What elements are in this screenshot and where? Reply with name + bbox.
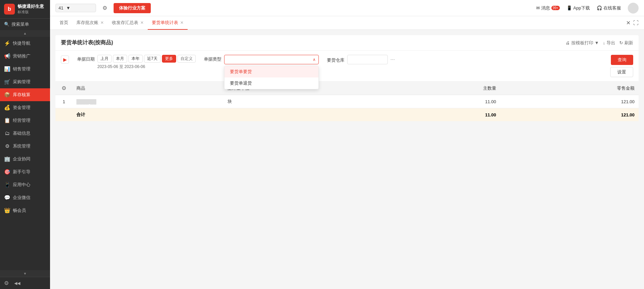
footer-quantity: 11.00: [385, 108, 500, 121]
col-settings[interactable]: ⚙: [55, 82, 72, 95]
tab-receive-summary-close[interactable]: ✕: [140, 21, 144, 25]
message-icon: ✉: [536, 5, 540, 10]
sidebar: b 畅捷通好生意 标准版 🔍 搜索菜单 ▲ ⚡ 快捷导航 📢 营销推广 📊 销售…: [0, 0, 50, 289]
date-filter-label: 单据日期: [77, 55, 95, 62]
more-options-icon[interactable]: ···: [390, 57, 395, 63]
table-body: 1 ████ ██ 块 11.00 121.00: [55, 95, 639, 108]
store-selector[interactable]: 41 ▼: [55, 4, 96, 12]
warehouse-filter-group: 要货仓库 ···: [327, 55, 395, 64]
app-download-button[interactable]: 📱 App下载: [567, 5, 590, 11]
footer-amount: 121.00: [500, 108, 639, 121]
sidebar-settings-icon[interactable]: ⚙: [4, 280, 9, 286]
tab-batch-account-close[interactable]: ✕: [100, 21, 104, 25]
type-input-row[interactable]: ∧: [224, 55, 319, 64]
system-icon: ⚙: [4, 143, 10, 149]
tab-batch-account[interactable]: 库存批次账 ✕: [72, 16, 108, 30]
dropdown-item-order-goods[interactable]: 要货单要货: [224, 66, 318, 77]
sidebar-item-enterprise[interactable]: 🏢 企业协同: [0, 153, 50, 165]
page-card: 要货单统计表(按商品) 🖨 按模板打印 ▼ ↓ 导出 ↻ 刷新: [55, 35, 639, 121]
sidebar-item-purchase[interactable]: 🛒 采购管理: [0, 75, 50, 88]
table-header: ⚙ 商品 主计量单位 主数量 零售金额: [55, 82, 639, 95]
sidebar-item-quick-nav[interactable]: ⚡ 快捷导航: [0, 37, 50, 50]
refresh-button[interactable]: ↻ 刷新: [619, 40, 633, 46]
tab-home[interactable]: 首页: [55, 16, 72, 30]
col-amount: 零售金额: [500, 82, 639, 95]
date-more-btn[interactable]: 更多: [162, 55, 176, 63]
sidebar-item-wechat[interactable]: 💬 企业微信: [0, 191, 50, 204]
export-button[interactable]: ↓ 导出: [603, 40, 616, 46]
tabs-close-all-icon[interactable]: ✕: [626, 20, 630, 26]
filter-bar: ▶ 单据日期 上月 本月 本年 近7天 更多 自定义 2023-05-06: [55, 51, 639, 82]
footer-label: 合计: [72, 108, 223, 121]
user-avatar[interactable]: [628, 3, 639, 14]
purchase-icon: 🛒: [4, 79, 10, 85]
type-chevron-icon[interactable]: ∧: [310, 57, 318, 62]
export-icon: ↓: [603, 40, 605, 45]
tab-receive-summary[interactable]: 收发存汇总表 ✕: [108, 16, 148, 30]
inventory-icon: 📦: [4, 92, 10, 98]
sidebar-item-basic[interactable]: 🗂 基础信息: [0, 127, 50, 140]
apps-icon: 📱: [4, 182, 10, 188]
date-quick-buttons: 上月 本月 本年 近7天 更多 自定义: [97, 55, 196, 63]
date-last-month-btn[interactable]: 上月: [97, 55, 112, 63]
quick-nav-icon: ⚡: [4, 40, 10, 46]
newbie-icon: 🎯: [4, 169, 10, 175]
row-unit: 块: [223, 95, 386, 108]
online-service-button[interactable]: 🎧 在线客服: [597, 5, 621, 11]
basic-icon: 🗂: [4, 130, 10, 136]
sidebar-collapse-icon[interactable]: ◀◀: [14, 281, 20, 286]
page-content: 要货单统计表(按商品) 🖨 按模板打印 ▼ ↓ 导出 ↻ 刷新: [50, 30, 644, 289]
date-this-year-btn[interactable]: 本年: [128, 55, 143, 63]
data-table: ⚙ 商品 主计量单位 主数量 零售金额 1 ████ ██: [55, 82, 639, 121]
table-footer-row: 合计 11.00 121.00: [55, 108, 639, 121]
print-button[interactable]: 🖨 按模板打印 ▼: [566, 40, 599, 46]
row-quantity: 11.00: [385, 95, 500, 108]
sidebar-search[interactable]: 🔍 搜索菜单: [0, 19, 50, 30]
sidebar-scroll-up[interactable]: ▲: [0, 30, 50, 37]
sidebar-item-sales[interactable]: 📊 销售管理: [0, 63, 50, 75]
sidebar-item-apps[interactable]: 📱 应用中心: [0, 178, 50, 191]
date-this-month-btn[interactable]: 本月: [113, 55, 127, 63]
sidebar-logo: b 畅捷通好生意 标准版: [0, 0, 50, 19]
sidebar-scroll-down[interactable]: ▼: [0, 270, 50, 277]
page-title-actions: 🖨 按模板打印 ▼ ↓ 导出 ↻ 刷新: [566, 40, 633, 46]
phone-icon: 📱: [567, 5, 572, 10]
query-button[interactable]: 查询: [611, 55, 633, 65]
table-footer: 合计 11.00 121.00: [55, 108, 639, 121]
tab-order-summary-close[interactable]: ✕: [180, 21, 184, 25]
sidebar-item-newbie[interactable]: 🎯 新手引导: [0, 165, 50, 178]
trial-button[interactable]: 体验行业方案: [114, 3, 151, 13]
print-icon: 🖨: [566, 40, 570, 45]
sidebar-item-operation[interactable]: 📋 经营管理: [0, 114, 50, 127]
table-wrapper: ⚙ 商品 主计量单位 主数量 零售金额 1 ████ ██: [55, 82, 639, 121]
sidebar-item-inventory[interactable]: 📦 库存核算: [0, 88, 50, 101]
tabs-bar: 首页 库存批次账 ✕ 收发存汇总表 ✕ 要货单统计表 ✕ ✕ ⛶: [50, 16, 644, 30]
row-no: 1: [55, 95, 72, 108]
date-range-display: 2023-05-06 至 2023-06-06: [97, 64, 196, 70]
messages-button[interactable]: ✉ 消息 99+: [536, 5, 560, 11]
sidebar-bottom: ⚙ ◀◀: [0, 277, 50, 289]
date-custom-btn[interactable]: 自定义: [177, 55, 196, 63]
headset-icon: 🎧: [597, 5, 602, 10]
sidebar-item-finance[interactable]: 💰 资金管理: [0, 101, 50, 114]
type-input-field[interactable]: [224, 57, 310, 62]
sidebar-item-marketing[interactable]: 📢 营销推广: [0, 50, 50, 63]
tab-order-summary[interactable]: 要货单统计表 ✕: [148, 16, 188, 30]
date-last-7days-btn[interactable]: 近7天: [144, 55, 161, 63]
date-filter-content: 上月 本月 本年 近7天 更多 自定义 2023-05-06 至 2023-06…: [97, 55, 196, 70]
sidebar-item-member[interactable]: 👑 畅会员: [0, 204, 50, 217]
tabs-right-actions: ✕ ⛶: [626, 20, 639, 26]
warehouse-input[interactable]: [347, 55, 388, 64]
row-amount: 121.00: [500, 95, 639, 108]
operation-icon: 📋: [4, 117, 10, 124]
sidebar-item-system[interactable]: ⚙ 系统管理: [0, 140, 50, 153]
header-settings-button[interactable]: ⚙: [100, 3, 110, 13]
filter-settings-button[interactable]: 设置: [610, 67, 633, 77]
main-area: 41 ▼ ⚙ 体验行业方案 ✉ 消息 99+ 📱 App下载 🎧 在线客服: [50, 0, 644, 289]
row-product: ████ ██: [72, 95, 223, 108]
filter-expand-button[interactable]: ▶: [61, 55, 69, 64]
dropdown-item-order-return[interactable]: 要货单退货: [224, 77, 318, 89]
enterprise-icon: 🏢: [4, 156, 10, 162]
table-row: 1 ████ ██ 块 11.00 121.00: [55, 95, 639, 108]
tabs-expand-icon[interactable]: ⛶: [633, 20, 639, 26]
